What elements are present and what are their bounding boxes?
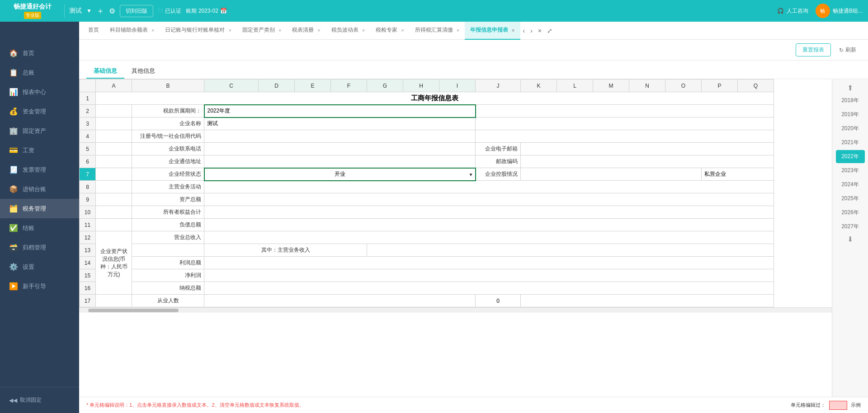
- year-2027[interactable]: 2027年: [836, 220, 865, 233]
- cell-17A[interactable]: [96, 295, 132, 307]
- tab-home[interactable]: 首页: [83, 22, 104, 40]
- cell-8A[interactable]: [96, 181, 132, 193]
- spreadsheet-title[interactable]: 工商年报信息表: [96, 92, 774, 105]
- h-scroll-thumb[interactable]: [88, 309, 179, 312]
- cell-3A[interactable]: [96, 117, 132, 130]
- dropdown-arrow-icon[interactable]: ▼: [86, 8, 92, 14]
- cell-7C[interactable]: 开业 ▼: [204, 168, 476, 181]
- cell-6K[interactable]: [521, 155, 774, 168]
- sidebar-item-reports[interactable]: 📊 报表中心: [0, 82, 79, 102]
- cell-17K[interactable]: [521, 295, 774, 307]
- unpin-button[interactable]: ◀◀ 取消固定: [0, 392, 79, 408]
- cell-11B[interactable]: 负债总额: [132, 219, 204, 231]
- tab-income-tax[interactable]: 所得税汇算清缴 ×: [410, 22, 465, 40]
- sidebar-item-archive[interactable]: 🗃️ 归档管理: [0, 238, 79, 257]
- tab-journal-bank[interactable]: 日记账与银行对账单核对 ×: [160, 22, 236, 40]
- cell-2J[interactable]: [476, 105, 774, 117]
- cell-16B[interactable]: 纳税总额: [132, 282, 204, 295]
- cell-8C[interactable]: [204, 181, 774, 193]
- tab-journal-close[interactable]: ×: [228, 28, 231, 33]
- cell-4J[interactable]: [476, 130, 774, 143]
- cell-11C[interactable]: [204, 219, 774, 231]
- tab-tax-fluctuation[interactable]: 税负波动表 ×: [326, 22, 370, 40]
- year-2021[interactable]: 2021年: [836, 136, 865, 149]
- sidebar-item-invoice[interactable]: 🧾 发票管理: [0, 160, 79, 179]
- cell-16C[interactable]: [204, 282, 774, 295]
- tab-prev-btn[interactable]: ‹: [520, 25, 528, 36]
- sidebar-item-capital[interactable]: 💰 资金管理: [0, 102, 79, 121]
- cell-6B[interactable]: 企业通信地址: [132, 155, 204, 168]
- cell-2B[interactable]: 税款所属期间：: [132, 105, 204, 117]
- tab-tax-list[interactable]: 税表清册 ×: [287, 22, 326, 40]
- cell-7P[interactable]: 私营企业: [702, 168, 774, 181]
- cell-7K[interactable]: [521, 168, 702, 181]
- cell-5J[interactable]: 企业电子邮箱: [476, 143, 521, 155]
- reset-report-btn[interactable]: 重置报表: [796, 43, 831, 56]
- cell-5B[interactable]: 企业联系电话: [132, 143, 204, 155]
- cell-11A[interactable]: [96, 219, 132, 231]
- year-2023[interactable]: 2023年: [836, 164, 865, 177]
- cell-3C[interactable]: 测试: [204, 117, 476, 130]
- cell-10A[interactable]: [96, 206, 132, 219]
- sidebar-item-guide[interactable]: ▶️ 新手引导: [0, 277, 79, 296]
- cell-17J[interactable]: 0: [476, 295, 521, 307]
- sidebar-item-settings[interactable]: ⚙️ 设置: [0, 257, 79, 277]
- cell-13B[interactable]: [132, 244, 204, 257]
- cell-12A-merged[interactable]: 企业资产状况信息(币种：人民币万元): [96, 231, 132, 295]
- cell-6C[interactable]: [204, 155, 476, 168]
- cell-14B[interactable]: 利润总额: [132, 257, 204, 269]
- support-area[interactable]: 🎧 人工咨询: [777, 7, 808, 15]
- sidebar-item-purchase-sales[interactable]: 📦 进销台账: [0, 179, 79, 199]
- tab-subject-balance[interactable]: 科目辅助余额表 ×: [104, 22, 160, 40]
- cell-2A[interactable]: [96, 105, 132, 117]
- refresh-btn[interactable]: ↻ 刷新: [835, 44, 861, 56]
- cell-9C[interactable]: [204, 193, 774, 206]
- tab-subject-close[interactable]: ×: [151, 28, 154, 33]
- tab-tax-fluct-close[interactable]: ×: [362, 28, 365, 33]
- cell-13G[interactable]: [367, 244, 774, 257]
- switch-old-btn[interactable]: 切到旧版: [120, 5, 153, 17]
- tab-expand-btn[interactable]: ⤢: [544, 25, 555, 36]
- cell-2C[interactable]: 2022年度: [204, 105, 476, 117]
- calendar-icon[interactable]: 📅: [220, 8, 227, 14]
- tab-tax-expert[interactable]: 税检专家 ×: [370, 22, 409, 40]
- scroll-up-icon[interactable]: ⬆: [846, 83, 854, 93]
- sidebar-item-payroll[interactable]: 💳 工资: [0, 141, 79, 160]
- spreadsheet-main[interactable]: A B C D E F G H I J K L: [79, 79, 832, 397]
- cell-10C[interactable]: [204, 206, 774, 219]
- cell-4A[interactable]: [96, 130, 132, 143]
- sub-tab-basic[interactable]: 基础信息: [86, 64, 124, 79]
- tab-annual-close[interactable]: ×: [512, 28, 514, 33]
- tab-annual-report[interactable]: 年报信息申报表 ×: [465, 22, 520, 40]
- tab-income-close[interactable]: ×: [457, 28, 459, 33]
- cell-17B[interactable]: 从业人数: [132, 295, 204, 307]
- cell-3J[interactable]: [476, 117, 774, 130]
- cell-6A[interactable]: [96, 155, 132, 168]
- year-2020[interactable]: 2020年: [836, 122, 865, 135]
- cell-5K[interactable]: [521, 143, 774, 155]
- tab-fixed-assets[interactable]: 固定资产类别 ×: [237, 22, 287, 40]
- cell-7J[interactable]: 企业控股情况: [476, 168, 521, 181]
- cell-8B[interactable]: 主营业务活动: [132, 181, 204, 193]
- cell-5C[interactable]: [204, 143, 476, 155]
- sidebar-item-assets[interactable]: 🏢 固定资产: [0, 121, 79, 141]
- cell-9B[interactable]: 资产总额: [132, 193, 204, 206]
- cell-9A[interactable]: [96, 193, 132, 206]
- cell-5A[interactable]: [96, 143, 132, 155]
- sidebar-item-ledger[interactable]: 📋 总账: [0, 63, 79, 82]
- year-2018[interactable]: 2018年: [836, 94, 865, 107]
- cell-7A[interactable]: [96, 168, 132, 181]
- tab-close-all-btn[interactable]: ×: [535, 25, 544, 36]
- cell-14C[interactable]: [204, 257, 774, 269]
- cell-4C[interactable]: [204, 130, 476, 143]
- cell-3B[interactable]: 企业名称: [132, 117, 204, 130]
- cell-15B[interactable]: 净利润: [132, 269, 204, 282]
- tab-next-btn[interactable]: ›: [528, 25, 535, 36]
- sidebar-item-close[interactable]: ✅ 结账: [0, 218, 79, 238]
- horizontal-scrollbar[interactable]: [79, 307, 832, 313]
- cell-12C[interactable]: [204, 231, 774, 244]
- cell-17C[interactable]: [204, 295, 476, 307]
- year-2026[interactable]: 2026年: [836, 206, 865, 219]
- cell-4B[interactable]: 注册号/统一社会信用代码: [132, 130, 204, 143]
- sub-tab-other[interactable]: 其他信息: [124, 64, 162, 79]
